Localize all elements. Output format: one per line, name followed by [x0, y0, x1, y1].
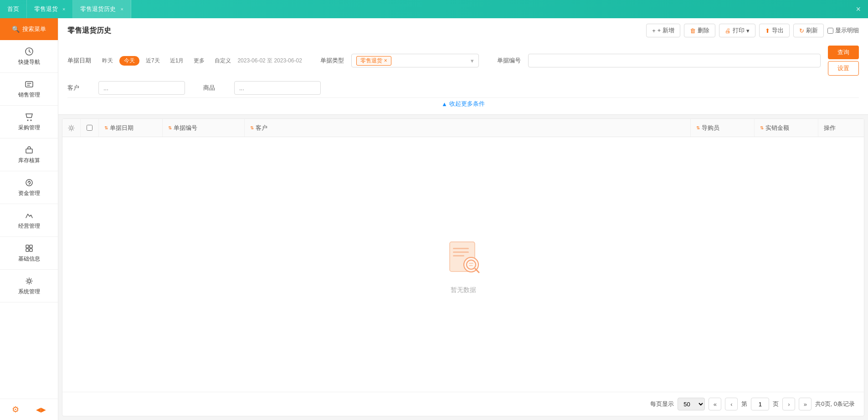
- export-label: 导出: [772, 26, 784, 35]
- sidebar-item-operations-label: 经营管理: [18, 222, 40, 230]
- page-header-top: 零售退货历史 + + 新增 🗑 删除 🖨 打印 ▾: [67, 24, 859, 37]
- settings-button[interactable]: 设置: [828, 61, 859, 76]
- operations-icon: [24, 210, 34, 220]
- sidebar-item-basic[interactable]: 基础信息: [0, 237, 58, 270]
- filter-goods-item: 商品: [203, 81, 321, 95]
- sidebar-item-finance-label: 资金管理: [18, 190, 40, 197]
- tab-retail-return-close[interactable]: ×: [62, 6, 65, 12]
- display-detail-checkbox[interactable]: 显示明细: [827, 26, 859, 35]
- date-btn-more[interactable]: 更多: [190, 56, 208, 66]
- th-amount[interactable]: ⇅ 实销金额: [755, 119, 818, 137]
- sidebar-search-label: 搜索菜单: [22, 25, 46, 33]
- svg-rect-13: [453, 248, 469, 249]
- sidebar-item-system[interactable]: 系统管理: [0, 270, 58, 302]
- filter-date-item: 单据日期 昨天 今天 近7天 近1月 更多 自定义 2023-06-02 至 2…: [67, 56, 302, 66]
- export-icon: ⬆: [765, 27, 770, 34]
- customer-input[interactable]: [98, 81, 185, 95]
- goods-input[interactable]: [234, 81, 321, 95]
- empty-icon: [441, 235, 486, 281]
- new-icon: +: [652, 27, 656, 34]
- customer-filter-label: 客户: [67, 84, 95, 92]
- th-number-label: 单据编号: [174, 124, 197, 132]
- page-size-select[interactable]: 50 10 20 100: [678, 398, 705, 410]
- type-select[interactable]: 零售退货 × ▾: [351, 54, 479, 67]
- delete-label: 删除: [698, 26, 709, 35]
- th-customer[interactable]: ⇅ 客户: [245, 119, 691, 137]
- svg-point-5: [26, 179, 32, 186]
- date-btn-7days[interactable]: 近7天: [142, 56, 164, 66]
- th-actions: 操作: [818, 119, 864, 137]
- next-page-button[interactable]: ›: [782, 398, 795, 410]
- sidebar-item-quicknav-label: 快捷导航: [18, 58, 40, 66]
- sales-icon: [24, 79, 34, 89]
- collapse-button[interactable]: ▲ 收起更多条件: [67, 97, 859, 110]
- date-range-display: 2023-06-02 至 2023-06-02: [237, 57, 302, 65]
- date-options-group: 昨天 今天 近7天 近1月 更多 自定义 2023-06-02 至 2023-0…: [98, 56, 302, 66]
- prev-page-button[interactable]: ‹: [725, 398, 738, 410]
- display-detail-input[interactable]: [827, 28, 833, 34]
- print-icon: 🖨: [725, 27, 731, 34]
- select-all-checkbox[interactable]: [87, 125, 92, 131]
- page-size-label: 每页显示: [650, 400, 674, 408]
- tab-bar: 首页 零售退货 × 零售退货历史 ×: [0, 0, 848, 18]
- export-button[interactable]: ⬆ 导出: [759, 24, 790, 37]
- tab-home[interactable]: 首页: [0, 0, 27, 18]
- sidebar-item-inventory[interactable]: 库存核算: [0, 138, 58, 171]
- new-button[interactable]: + + 新增: [646, 24, 680, 37]
- print-button[interactable]: 🖨 打印 ▾: [719, 24, 755, 37]
- svg-point-3: [30, 120, 31, 121]
- sidebar-item-purchase[interactable]: 采购管理: [0, 106, 58, 138]
- delete-icon: 🗑: [690, 27, 696, 34]
- date-filter-label: 单据日期: [67, 56, 95, 65]
- th-checkbox[interactable]: [81, 119, 99, 137]
- svg-rect-1: [26, 82, 33, 87]
- sidebar-item-system-label: 系统管理: [18, 288, 40, 296]
- sidebar-toggle-icon[interactable]: ◀▶: [36, 406, 46, 413]
- empty-text: 暂无数据: [451, 286, 476, 294]
- tab-retail-return-history[interactable]: 零售退货历史 ×: [73, 0, 131, 18]
- settings-gear-icon[interactable]: ⚙: [12, 405, 19, 415]
- sidebar-search[interactable]: 🔍 搜索菜单: [0, 18, 58, 40]
- tab-retail-return[interactable]: 零售退货 ×: [27, 0, 73, 18]
- finance-icon: [24, 178, 34, 188]
- number-input[interactable]: [528, 54, 821, 67]
- sidebar-item-sales[interactable]: 销售管理: [0, 73, 58, 106]
- table-area: ⇅ 单据日期 ⇅ 单据编号 ⇅ 客户 ⇅ 导购员 ⇅ 实销金额: [62, 118, 864, 416]
- query-button[interactable]: 查询: [828, 46, 859, 59]
- goods-filter-label: 商品: [203, 84, 231, 92]
- page-title: 零售退货历史: [67, 26, 111, 36]
- type-tag-close[interactable]: ×: [384, 57, 387, 64]
- sidebar-item-operations[interactable]: 经营管理: [0, 204, 58, 237]
- svg-rect-14: [453, 251, 469, 253]
- sidebar-item-finance[interactable]: 资金管理: [0, 171, 58, 204]
- svg-rect-15: [453, 255, 464, 256]
- svg-point-2: [27, 120, 28, 121]
- page-number-input[interactable]: [751, 398, 769, 410]
- th-number[interactable]: ⇅ 单据编号: [163, 119, 245, 137]
- date-btn-custom[interactable]: 自定义: [211, 56, 235, 66]
- th-date-label: 单据日期: [110, 124, 134, 132]
- sidebar-item-quicknav[interactable]: 快捷导航: [0, 40, 58, 73]
- svg-point-11: [70, 127, 73, 129]
- print-label: 打印: [733, 26, 745, 35]
- refresh-button[interactable]: ↻ 刷新: [793, 24, 824, 37]
- page-label-prefix: 第: [741, 400, 747, 408]
- date-btn-today[interactable]: 今天: [119, 56, 139, 66]
- type-select-chevron: ▾: [471, 57, 474, 64]
- th-date[interactable]: ⇅ 单据日期: [99, 119, 163, 137]
- first-page-button[interactable]: «: [709, 398, 721, 410]
- date-btn-yesterday[interactable]: 昨天: [98, 56, 117, 66]
- th-actions-label: 操作: [824, 124, 836, 132]
- sort-icon-amount: ⇅: [760, 125, 764, 130]
- display-detail-label: 显示明细: [835, 26, 859, 35]
- delete-button[interactable]: 🗑 删除: [684, 24, 715, 37]
- filter-area: 单据日期 昨天 今天 近7天 近1月 更多 自定义 2023-06-02 至 2…: [67, 43, 859, 114]
- window-close-button[interactable]: ×: [848, 5, 868, 14]
- last-page-button[interactable]: »: [799, 398, 812, 410]
- th-settings[interactable]: [62, 119, 81, 137]
- type-tag: 零售退货 ×: [356, 56, 391, 66]
- tab-retail-return-history-close[interactable]: ×: [120, 6, 123, 12]
- sidebar: 🔍 搜索菜单 快捷导航 销售管理 采购管理 库存核算: [0, 18, 58, 420]
- th-guide[interactable]: ⇅ 导购员: [691, 119, 755, 137]
- date-btn-1month[interactable]: 近1月: [166, 56, 188, 66]
